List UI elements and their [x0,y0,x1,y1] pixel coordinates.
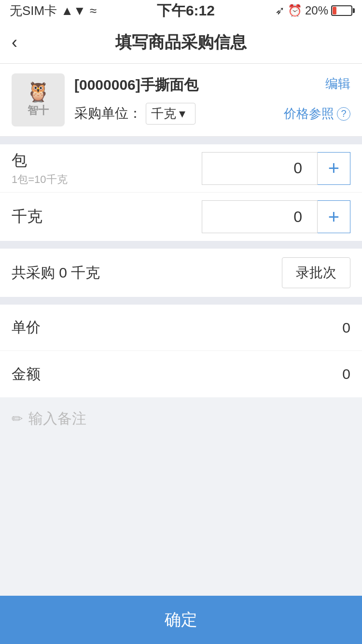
summary-row: 共采购 0 千克 录批次 [0,249,362,297]
edit-button[interactable]: 编辑 [325,75,350,92]
status-bar: 无SIM卡 ▲▼ ≈ 下午6:12 ➶ ⏰ 20% [0,0,362,21]
product-header: [0000006]手撕面包 编辑 [74,75,350,95]
product-logo-text: 智十 [28,103,49,118]
location-icon: ➶ [275,4,285,17]
unit-value: 千克 [151,105,176,122]
bag-input-control: + [202,152,350,185]
summary-section: 共采购 0 千克 录批次 [0,249,362,297]
remark-input-area[interactable]: ✏ 输入备注 [12,409,350,429]
separator-1 [0,137,362,144]
unit-label: 采购单位： 千克 ▾ [74,103,195,125]
price-ref-info-icon: ? [337,107,350,121]
summary-unit: 千克 [71,265,100,280]
pencil-icon: ✏ [12,411,23,427]
summary-quantity: 0 [59,265,67,280]
product-info: [0000006]手撕面包 编辑 采购单位： 千克 ▾ 价格参照 ? [74,75,350,125]
product-card: 🦉 智十 [0000006]手撕面包 编辑 采购单位： 千克 ▾ 价格参照 ? [0,64,362,137]
status-time: 下午6:12 [157,1,215,21]
bag-input-row: 包 1包=10千克 + [0,144,362,193]
unit-price-value: 0 [342,320,350,336]
product-name: [0000006]手撕面包 [74,75,325,95]
product-logo-icon: 🦉 [26,82,50,101]
status-left: 无SIM卡 ▲▼ ≈ [10,2,97,19]
price-ref-label: 价格参照 [284,105,334,122]
summary-text: 共采购 0 千克 [12,263,100,283]
status-right: ➶ ⏰ 20% [275,4,352,17]
wifi-signal: ≈ [90,3,97,18]
kg-number-input[interactable] [202,200,318,233]
remark-placeholder[interactable]: 输入备注 [28,409,86,429]
kg-label-group: 千克 [12,206,42,227]
product-image: 🦉 智十 [12,73,65,126]
page-title: 填写商品采购信息 [115,31,247,54]
carrier-text: 无SIM卡 [10,2,57,19]
amount-value: 0 [342,366,350,382]
battery-icon [331,5,352,16]
product-unit-row: 采购单位： 千克 ▾ 价格参照 ? [74,103,350,125]
summary-label: 共采购 [12,265,55,280]
confirm-button[interactable]: 确定 [0,596,362,644]
batch-button[interactable]: 录批次 [282,257,350,288]
nav-bar: ‹ 填写商品采购信息 [0,21,362,64]
amount-label: 金额 [12,364,41,384]
unit-price-label: 单价 [12,318,41,337]
bag-label-group: 包 1包=10千克 [12,150,68,187]
alarm-icon: ⏰ [288,4,302,17]
wifi-icon: ▲▼ [61,3,85,18]
bag-number-input[interactable] [202,152,318,185]
input-section: 包 1包=10千克 + 千克 + [0,144,362,241]
back-button[interactable]: ‹ [12,32,17,53]
kg-input-control: + [202,200,350,233]
remark-section: ✏ 输入备注 [0,397,362,494]
separator-3 [0,297,362,305]
dropdown-arrow: ▾ [179,106,185,121]
kg-plus-button[interactable]: + [318,200,350,233]
battery-percent: 20% [305,4,328,17]
kg-input-row: 千克 + [0,193,362,241]
bottom-spacer [0,494,362,542]
unit-price-row: 单价 0 [0,305,362,351]
price-section: 单价 0 金额 0 [0,305,362,397]
bag-label: 包 [12,150,68,171]
separator-2 [0,241,362,249]
kg-label: 千克 [12,206,42,227]
unit-label-text: 采购单位： [74,106,142,121]
unit-select[interactable]: 千克 ▾ [146,103,195,125]
amount-row: 金额 0 [0,351,362,397]
bag-plus-button[interactable]: + [318,152,350,185]
bag-sublabel: 1包=10千克 [12,172,68,187]
battery-fill [333,7,336,14]
price-ref-button[interactable]: 价格参照 ? [284,105,350,122]
